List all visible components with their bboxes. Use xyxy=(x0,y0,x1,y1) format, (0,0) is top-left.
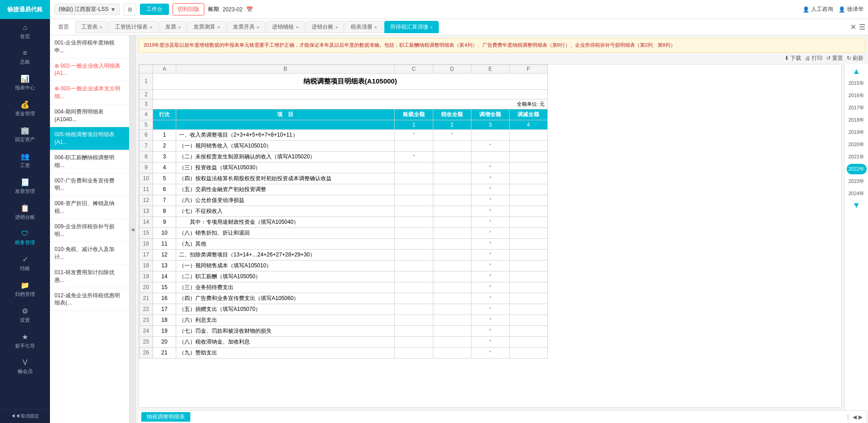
left-item-001[interactable]: 001-企业所得税年度纳税申... xyxy=(50,35,129,59)
tab-invoice-calc-close[interactable]: × xyxy=(217,25,220,30)
bottom-menu-icon[interactable]: ⋮ xyxy=(845,414,851,420)
left-item-005[interactable]: 005-纳税调整项目明细表(A1... xyxy=(50,127,129,150)
table-row: 8 3 （二）未按权责发生制原则确认的收入（填写A105020） * xyxy=(139,151,548,162)
sidebar-item-home[interactable]: ⌂ 首页 xyxy=(0,19,50,44)
sidebar-item-guide[interactable]: ★ 新手引导 xyxy=(0,328,50,354)
table-row: 14 9 其中：专项用途财政性资金（填写A105040） * xyxy=(139,216,548,227)
year-2022[interactable]: 2022年 xyxy=(847,164,867,174)
col-header-f: F xyxy=(509,64,547,73)
sidebar-item-fixed-asset[interactable]: 🏢 固定资产 xyxy=(0,122,50,148)
sidebar-item-invoice-mgmt[interactable]: 🧾 发票管理 xyxy=(0,173,50,199)
spreadsheet-wrapper: A B C D E F 1 纳税调 xyxy=(136,64,868,410)
customer-service[interactable]: 👤 人工咨询 xyxy=(803,5,833,13)
app-logo: 畅捷通易代账 xyxy=(0,0,50,19)
unpin-button[interactable]: ◀◀ 取消固定 xyxy=(0,409,50,423)
invoice-mgmt-icon: 🧾 xyxy=(20,178,30,187)
workbench-button[interactable]: 工作台 xyxy=(140,4,169,15)
left-item-012[interactable]: 012-减免企业所得税优惠明细表(… xyxy=(50,288,129,311)
year-2016[interactable]: 2016年 xyxy=(847,90,867,101)
left-item-010[interactable]: 010-免税、减计收入及加计... xyxy=(50,242,129,265)
tab-payroll-close[interactable]: × xyxy=(99,25,102,30)
tabbar-menu-icon[interactable]: ☰ xyxy=(859,23,865,31)
company-selector[interactable]: (物副) 江西股室-LSS ▼ xyxy=(55,4,120,15)
tab-payroll-stat[interactable]: 工资统计报表 × xyxy=(109,21,158,33)
user-profile[interactable]: 👤 徐泽华 xyxy=(838,5,863,13)
error-icon-2: ⊗ xyxy=(55,85,60,92)
general-icon: ≡ xyxy=(23,49,27,57)
col-header-c: C xyxy=(395,64,433,73)
sidebar-item-tax[interactable]: 🛡 税务管理 xyxy=(0,225,50,251)
bottom-scroll-right[interactable]: ▶ xyxy=(858,414,863,420)
payroll-icon: 👥 xyxy=(20,152,30,161)
sidebar-item-asset[interactable]: 💰 资金管理 xyxy=(0,96,50,122)
sidebar-item-member[interactable]: V 畅会员 xyxy=(0,354,50,379)
sidebar-item-report[interactable]: 📊 报表中心 xyxy=(0,70,50,96)
tab-payroll[interactable]: 工资表 × xyxy=(75,21,108,33)
tab-home[interactable]: 首页 xyxy=(53,21,74,33)
left-item-007[interactable]: 007-广告费和业务宣传费明... xyxy=(50,173,129,197)
old-version-button[interactable]: 切到旧版 xyxy=(173,3,204,15)
tab-invoice-open-close[interactable]: × xyxy=(257,25,259,30)
tab-income-tax[interactable]: 所得税汇算清缴 × xyxy=(384,21,439,33)
sidebar-item-invoice-ledger[interactable]: 📋 进销台账 xyxy=(0,199,50,225)
year-2024[interactable]: 2024年 xyxy=(847,188,867,199)
year-2019[interactable]: 2019年 xyxy=(847,127,867,138)
left-item-008[interactable]: 008-资产折旧、摊销及纳税... xyxy=(50,196,129,219)
left-item-004[interactable]: 004-期间费用明细表(A1040... xyxy=(50,104,129,128)
table-row: 19 14 （二）职工薪酬（填写A105050） * xyxy=(139,271,548,282)
tab-invoice-in-close[interactable]: × xyxy=(296,25,298,30)
company-icon-btn[interactable]: ⊞ xyxy=(124,3,136,16)
row-num: 4 xyxy=(139,109,153,120)
refresh-button[interactable]: ↻ 刷新 xyxy=(847,54,863,62)
fixed-asset-icon: 🏢 xyxy=(20,126,30,135)
left-item-006[interactable]: 006-职工薪酬纳税调整明细... xyxy=(50,150,129,173)
left-item-011[interactable]: 011-研发费用加计扣除优惠... xyxy=(50,265,129,288)
tab-tax-clear-close[interactable]: × xyxy=(374,25,377,30)
year-2021[interactable]: 2021年 xyxy=(847,152,867,162)
table-row: 13 8 （七）不征税收入 * xyxy=(139,206,548,216)
year-2017[interactable]: 2017年 xyxy=(847,103,867,113)
tab-payroll-stat-close[interactable]: × xyxy=(149,25,152,30)
year-2020[interactable]: 2020年 xyxy=(847,139,867,150)
reset-button[interactable]: ↺ 重置 xyxy=(826,54,843,62)
year-2023[interactable]: 2023年 xyxy=(847,176,867,187)
table-row: 23 18 （六）利息支出 * xyxy=(139,315,548,325)
year-2015[interactable]: 2015年 xyxy=(847,78,867,89)
calendar-icon[interactable]: 📅 xyxy=(246,6,253,13)
left-item-002[interactable]: ⊗ 002-一般企业收入明细表(A1... xyxy=(50,59,129,82)
tab-invoice-calc[interactable]: 发票测算 × xyxy=(188,21,226,33)
warning-bar: 2019年度涉及取以前年度维错数据的申报表单元格需要手工维护正确，才能保证本年及… xyxy=(139,38,865,53)
tab-tax-clear[interactable]: 税表清册 × xyxy=(345,21,383,33)
sidebar-item-archive[interactable]: 📁 归档管理 xyxy=(0,276,50,302)
avatar-icon: 👤 xyxy=(838,6,845,13)
tab-invoice-ledger[interactable]: 进销台账 × xyxy=(306,21,344,33)
tab-invoice-ledger-close[interactable]: × xyxy=(335,25,338,30)
reset-icon: ↺ xyxy=(826,55,831,61)
sidebar-item-settlement[interactable]: ✓ 结账 xyxy=(0,251,50,276)
tab-invoice-open[interactable]: 发票开具 × xyxy=(227,21,265,33)
year-2018[interactable]: 2018年 xyxy=(847,115,867,125)
collapse-handle[interactable]: ◀ xyxy=(129,35,136,423)
table-row: 15 10 （八）销售折扣、折让和退回 * xyxy=(139,227,548,238)
tab-income-tax-close[interactable]: × xyxy=(430,25,433,30)
tab-invoice-in[interactable]: 进销稽核 × xyxy=(266,21,304,33)
tab-invoice[interactable]: 发票 × xyxy=(159,21,187,33)
print-button[interactable]: 🖨 打印 xyxy=(805,54,823,62)
bottom-scroll-left[interactable]: ◀ xyxy=(853,414,857,420)
sidebar-item-general[interactable]: ≡ 总账 xyxy=(0,44,50,70)
tab-invoice-close[interactable]: × xyxy=(178,25,181,30)
col-header-row-num xyxy=(139,64,153,73)
year-down-button[interactable]: ▼ xyxy=(852,200,862,211)
left-item-003[interactable]: ⊗ 003-一般企业成本支出明细... xyxy=(50,81,129,104)
tabbar-close-icon[interactable]: ✕ xyxy=(850,23,856,31)
col-header-d: D xyxy=(433,64,471,73)
bottom-tab-item[interactable]: 纳税调整明细表 xyxy=(141,412,190,422)
refresh-icon: ↻ xyxy=(847,55,851,61)
download-button[interactable]: ⬇ 下载 xyxy=(784,54,801,62)
table-row: 3 全额单位: 元 xyxy=(139,99,548,109)
year-up-button[interactable]: ▲ xyxy=(852,66,862,77)
spreadsheet[interactable]: A B C D E F 1 纳税调 xyxy=(139,64,842,408)
sidebar-item-settings[interactable]: ⚙ 设置 xyxy=(0,302,50,328)
left-item-009[interactable]: 009-企业所得税弥补亏损明... xyxy=(50,219,129,242)
sidebar-item-payroll[interactable]: 👥 工资 xyxy=(0,148,50,173)
